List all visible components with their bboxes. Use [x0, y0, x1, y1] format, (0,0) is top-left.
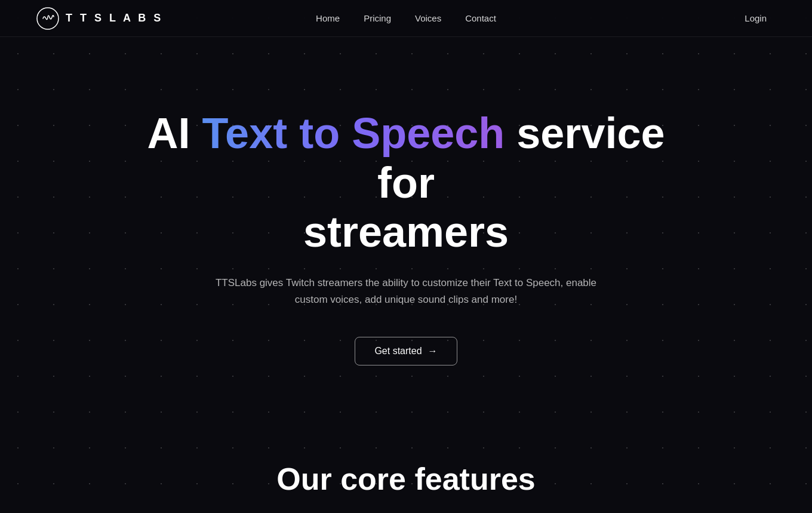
hero-title-plain-start: AI — [147, 109, 202, 157]
nav-link-voices[interactable]: Voices — [415, 13, 441, 23]
get-started-button[interactable]: Get started → — [355, 337, 457, 365]
logo-text: T T S L A B S — [66, 12, 163, 24]
hero-title-gradient: Text to Speech — [202, 109, 505, 157]
nav-link-home[interactable]: Home — [316, 13, 340, 23]
cta-arrow: → — [428, 346, 438, 357]
nav-item-voices[interactable]: Voices — [415, 13, 441, 24]
nav-right: Login — [735, 8, 776, 28]
cta-label: Get started — [374, 346, 422, 357]
features-section: Our core features — [0, 425, 812, 513]
navbar: T T S L A B S Home Pricing Voices Contac… — [0, 0, 812, 37]
nav-link-pricing[interactable]: Pricing — [364, 13, 391, 23]
logo-link[interactable]: T T S L A B S — [36, 7, 163, 30]
hero-title: AI Text to Speech service forstreamers — [137, 109, 675, 257]
hero-section: AI Text to Speech service forstreamers T… — [0, 37, 812, 425]
nav-item-contact[interactable]: Contact — [465, 13, 496, 24]
nav-item-pricing[interactable]: Pricing — [364, 13, 391, 24]
features-title: Our core features — [24, 461, 788, 497]
nav-item-home[interactable]: Home — [316, 13, 340, 24]
logo-icon — [36, 7, 60, 30]
nav-links: Home Pricing Voices Contact — [316, 13, 496, 24]
login-button[interactable]: Login — [735, 8, 776, 28]
nav-link-contact[interactable]: Contact — [465, 13, 496, 23]
hero-subtitle: TTSLabs gives Twitch streamers the abili… — [215, 275, 597, 308]
